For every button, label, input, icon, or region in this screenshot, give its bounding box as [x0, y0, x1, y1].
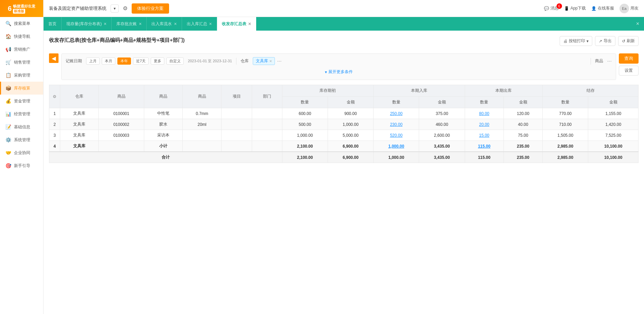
- cell-in-amount: 2,600.00: [419, 130, 465, 141]
- total-opening-amount: 6,900.00: [328, 152, 373, 163]
- export-icon: ↗: [599, 39, 602, 44]
- th-settings[interactable]: ⚙: [49, 85, 60, 108]
- user-item[interactable]: Ea 用友: [620, 4, 639, 13]
- goods-label: 商品: [595, 58, 603, 64]
- date-btn-more[interactable]: 更多: [151, 57, 164, 65]
- top-header: 装备及固定资产辅助管理系统 ▾ ⚙ 体验行业方案 💬 6 消息 📱 App下载 …: [44, 0, 644, 17]
- th-out-qty: 数量: [465, 97, 503, 108]
- filter-toggle[interactable]: ◀: [49, 53, 59, 63]
- message-icon: 💬: [544, 6, 549, 11]
- tab-inout-summary[interactable]: 出入库汇总 ×: [182, 17, 217, 31]
- sidebar-item-cooperation[interactable]: 🤝 企业协同: [0, 146, 43, 159]
- warehouse-tag-close[interactable]: ×: [269, 59, 272, 64]
- refresh-button[interactable]: ↺ 刷新: [618, 36, 639, 46]
- sidebar-item-system[interactable]: ⚙️ 系统管理: [0, 133, 43, 146]
- trial-button[interactable]: 体验行业方案: [132, 3, 169, 14]
- logo-title: 畅捷通好生意: [13, 4, 35, 9]
- cell-goods-code: [98, 141, 144, 152]
- th-opening-qty: 数量: [282, 97, 328, 108]
- date-btn-last-month[interactable]: 上月: [86, 57, 100, 65]
- goods-more[interactable]: ···: [607, 58, 612, 64]
- warehouse-tag[interactable]: 文具库 ×: [253, 57, 275, 65]
- system-icon: ⚙️: [5, 137, 11, 143]
- tab-home[interactable]: 首页: [44, 17, 62, 31]
- filter-section: ◀ 记账日期 上月 本月 本年 近7天 更多 自定义 2023-01-01 至 …: [49, 53, 639, 80]
- filter-settings-button[interactable]: 设置: [619, 66, 639, 76]
- tab-inventory-dist-close[interactable]: ×: [104, 21, 106, 26]
- total-closing-qty: 2,985.00: [543, 152, 588, 163]
- message-item[interactable]: 💬 6 消息: [544, 5, 559, 11]
- sidebar-item-inventory[interactable]: 📦 库存核算: [0, 82, 43, 95]
- system-select[interactable]: ▾: [111, 4, 119, 13]
- th-opening-amount: 金额: [328, 97, 373, 108]
- export-label: 导出: [604, 38, 612, 44]
- cell-out-qty[interactable]: 115.00: [465, 141, 503, 152]
- print-button[interactable]: 🖨 按钮打印 ▾: [560, 36, 592, 46]
- cell-closing-amount: 1,155.00: [588, 108, 639, 119]
- cell-closing-qty: 2,985.00: [543, 141, 588, 152]
- date-btn-custom[interactable]: 自定义: [166, 57, 184, 65]
- date-btn-this-year[interactable]: 本年: [117, 57, 131, 65]
- cell-warehouse: 文具库: [60, 119, 99, 130]
- cell-opening-amount: 1,000.00: [328, 119, 373, 130]
- tab-inout-flow-close[interactable]: ×: [174, 21, 177, 26]
- page-title: 收发存汇总表(按仓库+商品编码+商品+规格型号+项目+部门): [49, 37, 185, 44]
- tab-batch-ledger[interactable]: 库存批次账 ×: [112, 17, 147, 31]
- cell-in-qty[interactable]: 230.00: [374, 119, 419, 130]
- cell-out-qty[interactable]: 20.00: [465, 119, 503, 130]
- cell-goods-spec: [183, 130, 221, 141]
- cell-project: [221, 141, 252, 152]
- print-icon: 🖨: [563, 39, 567, 44]
- tab-inout-flow[interactable]: 出入库流水 ×: [147, 17, 182, 31]
- cell-closing-qty: 770.00: [543, 108, 588, 119]
- tab-inout-summary-close[interactable]: ×: [209, 21, 212, 26]
- cell-goods-code: 0100003: [98, 130, 144, 141]
- total-in-qty: 1,000.00: [374, 152, 419, 163]
- th-project: 项目: [221, 85, 252, 108]
- column-settings-icon[interactable]: ⚙: [53, 94, 56, 99]
- sidebar-item-search[interactable]: 🔍 搜索菜单: [0, 17, 43, 30]
- expand-label: 展开更多条件: [328, 69, 353, 75]
- tab-bar-close[interactable]: ×: [631, 21, 644, 27]
- cell-in-qty[interactable]: 250.00: [374, 108, 419, 119]
- cell-closing-amount: 10,100.00: [588, 141, 639, 152]
- tab-recv-send-summary-close[interactable]: ×: [248, 21, 251, 26]
- service-icon: 👤: [591, 6, 596, 11]
- expand-more[interactable]: ▾ 展开更多条件: [66, 68, 612, 76]
- sidebar-item-marketing[interactable]: 📢 营销推广: [0, 43, 43, 56]
- marketing-icon: 📢: [5, 46, 11, 52]
- date-btn-this-month[interactable]: 本月: [102, 57, 115, 65]
- cell-closing-qty: 710.00: [543, 119, 588, 130]
- sidebar-item-operations[interactable]: 📊 经营管理: [0, 108, 43, 120]
- cell-out-qty[interactable]: 80.00: [465, 108, 503, 119]
- sidebar-item-label: 新手引导: [14, 163, 30, 169]
- tab-batch-ledger-close[interactable]: ×: [139, 21, 142, 26]
- query-button[interactable]: 查询: [619, 53, 639, 64]
- table-row: 3文具库0100003采访本1,000.005,000.00520.002,60…: [49, 130, 639, 141]
- table-row: 4文具库小计2,100.006,900.001,000.003,435.0011…: [49, 141, 639, 152]
- sidebar-item-finance[interactable]: 💰 资金管理: [0, 95, 43, 108]
- sidebar-item-purchase[interactable]: 📋 采购管理: [0, 69, 43, 82]
- cell-closing-qty: 1,505.00: [543, 130, 588, 141]
- online-service-item[interactable]: 👤 在线客服: [591, 5, 614, 11]
- tab-inventory-dist[interactable]: 现存量(库存分布表) ×: [62, 17, 112, 31]
- warehouse-more[interactable]: ···: [277, 58, 281, 64]
- export-button[interactable]: ↗ 导出: [595, 36, 615, 46]
- cell-out-qty[interactable]: 15.00: [465, 130, 503, 141]
- sidebar-item-quick-nav[interactable]: 🏠 快捷导航: [0, 30, 43, 43]
- total-opening-qty: 2,100.00: [282, 152, 328, 163]
- cooperation-icon: 🤝: [5, 150, 11, 156]
- tab-recv-send-summary[interactable]: 收发存汇总表 ×: [217, 17, 256, 31]
- sidebar-item-sales[interactable]: 🛒 销售管理: [0, 56, 43, 69]
- sidebar-item-guide[interactable]: 🎯 新手引导: [0, 159, 43, 172]
- app-download-item[interactable]: 📱 App下载: [564, 5, 586, 11]
- cell-in-qty[interactable]: 1,000.00: [374, 141, 419, 152]
- settings-icon[interactable]: ⚙: [123, 5, 128, 12]
- cell-in-qty[interactable]: 520.00: [374, 130, 419, 141]
- date-btn-7days[interactable]: 近7天: [133, 57, 149, 65]
- sidebar-item-basic-info[interactable]: 📝 基础信息: [0, 120, 43, 133]
- total-out-qty: 115.00: [465, 152, 503, 163]
- cell-goods-code: 0100002: [98, 119, 144, 130]
- sidebar-item-label: 搜索菜单: [14, 21, 30, 27]
- table-row: 2文具库0100002胶水20ml500.001,000.00230.00460…: [49, 119, 639, 130]
